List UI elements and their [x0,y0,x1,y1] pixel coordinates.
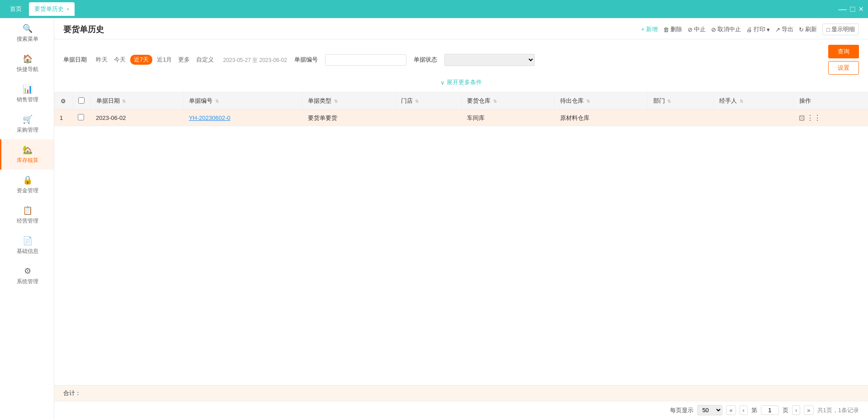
cell-index: 1 [54,110,72,126]
table-row[interactable]: 1 2023-06-02 YH-20230602-0 要货单要货 车间库 原材料… [54,110,868,126]
doc-number-input[interactable] [325,54,406,66]
cancel-stop-label: 取消中止 [717,25,741,33]
th-checkbox[interactable] [72,92,90,110]
sidebar-item-system[interactable]: ⚙ 系统管理 [0,261,54,291]
sort-icon[interactable]: ⇅ [415,99,419,104]
cancel-stop-button[interactable]: ⊘ 取消中止 [711,25,741,33]
sidebar-item-search-menu[interactable]: 🔍 搜索菜单 [0,18,54,48]
toolbar: + 新增 🗑 删除 ⊘ 中止 ⊘ 取消中止 🖨 打印 ▾ [641,24,859,35]
sidebar-item-operations[interactable]: 📋 经营管理 [0,200,54,230]
th-doc-date: 单据日期 ⇅ [90,92,184,110]
th-doc-number: 单据编号 ⇅ [184,92,302,110]
doc-number-link[interactable]: YH-20230602-0 [189,114,231,121]
table-container: ⚙ 单据日期 ⇅ 单据编号 ⇅ 单据类型 ⇅ [54,92,868,385]
sort-icon[interactable]: ⇅ [586,99,590,104]
shortcut-7days[interactable]: 近7天 [130,55,152,65]
page-number-input[interactable] [761,405,779,415]
refresh-button[interactable]: ↻ 刷新 [799,25,817,33]
print-icon: 🖨 [746,26,752,33]
sidebar-item-label: 快捷导航 [17,66,38,73]
cell-doc-number[interactable]: YH-20230602-0 [184,110,302,126]
page-header: 要货单历史 + 新增 🗑 删除 ⊘ 中止 ⊘ 取消中止 🖨 打印 [54,18,868,39]
show-detail-button[interactable]: □ 显示明细 [822,24,859,35]
sidebar-item-label: 系统管理 [17,278,38,286]
search-menu-icon: 🔍 [23,24,33,33]
sidebar-item-purchase[interactable]: 🛒 采购管理 [0,109,54,139]
cell-department [647,110,714,126]
view-op-icon[interactable]: ⊡ [799,114,805,122]
date-shortcuts: 昨天 今天 近7天 近1月 更多 自定义 [94,55,216,65]
quick-nav-icon: 🏠 [23,54,33,64]
export-button[interactable]: ↗ 导出 [775,25,793,33]
stop-icon: ⊘ [688,26,693,33]
basic-info-icon: 📄 [23,236,33,246]
print-button[interactable]: 🖨 打印 ▾ [746,25,770,33]
shortcut-more[interactable]: 更多 [176,55,192,65]
doc-status-select[interactable] [444,54,535,66]
sidebar-item-label: 搜索菜单 [17,35,38,43]
cancel-stop-icon: ⊘ [711,26,716,33]
query-button[interactable]: 查询 [828,45,859,58]
window-controls: — □ × [839,5,863,14]
th-settings[interactable]: ⚙ [54,92,72,110]
sort-icon[interactable]: ⇅ [334,99,338,104]
cell-pending-warehouse: 原材料仓库 [555,110,648,126]
shortcut-custom[interactable]: 自定义 [194,55,216,65]
header-row: ⚙ 单据日期 ⇅ 单据编号 ⇅ 单据类型 ⇅ [54,92,868,110]
sidebar-item-label: 经营管理 [17,217,38,225]
stop-button[interactable]: ⊘ 中止 [688,25,706,33]
date-range-display: 2023-05-27 至 2023-06-02 [223,56,287,64]
sidebar-item-quick-nav[interactable]: 🏠 快捷导航 [0,48,54,79]
home-tab[interactable]: 首页 [5,2,27,16]
settings-button[interactable]: 设置 [828,61,859,75]
purchase-icon: 🛒 [23,114,33,124]
close-icon[interactable]: × [859,5,863,14]
sidebar-item-inventory[interactable]: 🏡 库存核算 [0,139,54,170]
filter-area: 单据日期 昨天 今天 近7天 近1月 更多 自定义 2023-05-27 至 2… [54,39,868,92]
prev-page-button[interactable]: ‹ [740,405,748,415]
show-detail-label: 显示明细 [831,25,855,33]
last-page-button[interactable]: » [804,405,813,415]
cell-checkbox[interactable] [72,110,90,126]
sort-icon[interactable]: ⇅ [215,99,219,104]
minimize-icon[interactable]: — [839,5,847,14]
sidebar: 🔍 搜索菜单 🏠 快捷导航 📊 销售管理 🛒 采购管理 🏡 库存核算 🔒 资金管… [0,18,54,419]
sidebar-item-finance[interactable]: 🔒 资金管理 [0,170,54,200]
cell-doc-date: 2023-06-02 [90,110,184,126]
print-dropdown-icon[interactable]: ▾ [767,26,770,33]
more-op-icon[interactable]: ⋮⋮ [807,114,821,122]
export-label: 导出 [782,25,793,33]
shortcut-1month[interactable]: 近1月 [155,55,174,65]
select-all-checkbox[interactable] [78,97,85,104]
doc-number-label: 单据编号 [294,56,318,64]
sidebar-item-sales[interactable]: 📊 销售管理 [0,79,54,109]
expand-label: 展开更多条件 [447,78,482,86]
sort-icon[interactable]: ⇅ [493,99,497,104]
doc-status-label: 单据状态 [414,56,437,64]
sidebar-item-basic-info[interactable]: 📄 基础信息 [0,230,54,261]
cell-operations: ⊡ ⋮⋮ [793,110,868,126]
operations-icon: 📋 [23,205,33,215]
top-bar: 首页 要货单历史 × — □ × [0,0,868,18]
expand-more[interactable]: ∨ 展开更多条件 [63,78,859,86]
per-page-select[interactable]: 50 100 [697,405,722,415]
shortcut-yesterday[interactable]: 昨天 [94,55,109,65]
th-department: 部门 ⇅ [647,92,714,110]
finance-icon: 🔒 [23,175,33,185]
cell-req-warehouse: 车间库 [462,110,555,126]
maximize-icon[interactable]: □ [850,5,855,14]
sort-icon[interactable]: ⇅ [667,99,671,104]
add-button[interactable]: + 新增 [641,25,658,33]
sort-icon[interactable]: ⇅ [740,99,743,104]
th-handler: 经手人 ⇅ [714,92,793,110]
delete-button[interactable]: 🗑 删除 [663,25,682,33]
shortcut-today[interactable]: 今天 [112,55,127,65]
table-body: 1 2023-06-02 YH-20230602-0 要货单要货 车间库 原材料… [54,110,868,126]
active-tab[interactable]: 要货单历史 × [29,2,75,16]
next-page-button[interactable]: › [792,405,800,415]
close-tab-icon[interactable]: × [66,6,69,12]
sort-icon[interactable]: ⇅ [122,99,126,104]
first-page-button[interactable]: « [726,405,736,415]
row-checkbox[interactable] [78,114,84,120]
sidebar-item-label: 采购管理 [17,126,38,134]
